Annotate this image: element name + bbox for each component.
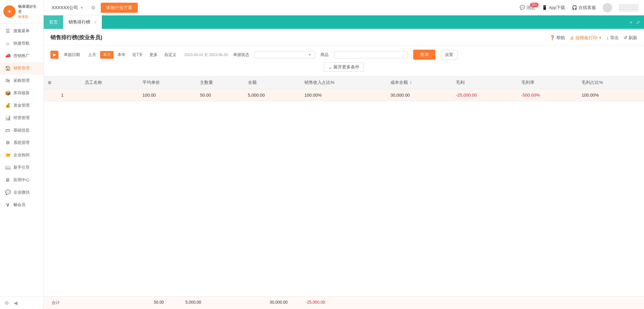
product-input[interactable]: ...	[334, 51, 408, 58]
th-quantity: 主数量	[196, 76, 244, 89]
online-service-button[interactable]: 🎧 在线客服	[572, 5, 596, 11]
date-tab-more[interactable]: 更多	[147, 51, 160, 59]
footer-quantity: 50.00	[150, 300, 168, 306]
query-button[interactable]: 查询	[413, 50, 435, 60]
sales-icon: 🏠	[5, 65, 11, 71]
row-gross-profit: -25,000.00	[452, 89, 517, 101]
nav-label-basic-info: 基础信息	[13, 127, 30, 133]
sidebar-item-marketing[interactable]: 📣 营销推广	[0, 50, 43, 62]
sidebar-item-sales[interactable]: 🏠 销售管理	[0, 62, 43, 74]
topbar-settings-icon[interactable]: ⚙	[91, 5, 95, 11]
content-area: 销售排行榜(按业务员) ❓ 帮助 🖨 按模板打印 ▼ ↓ 导出 ↺ 刷新	[44, 29, 644, 309]
collapse-icon[interactable]: ◀	[14, 300, 17, 306]
tabbar-right: × ⤢	[630, 15, 644, 29]
expand-conditions-button[interactable]: ⌄ 展开更多条件	[324, 62, 364, 72]
user-avatar[interactable]	[603, 3, 612, 12]
sidebar-item-basic-info[interactable]: 🗃 基础信息	[0, 124, 43, 137]
sidebar-item-guide[interactable]: 📖 新手引导	[0, 161, 43, 174]
search-menu-icon: ☰	[5, 28, 11, 34]
username	[619, 4, 639, 11]
member-icon: V	[5, 202, 11, 207]
trial-button[interactable]: 体验行业方案	[101, 3, 138, 13]
date-tab-current-year[interactable]: 本年	[115, 51, 128, 59]
tab-sales-ranking[interactable]: 销售排行榜 ×	[63, 15, 102, 29]
settings-small-button[interactable]: 设置	[441, 50, 458, 60]
refresh-icon: ↺	[624, 35, 627, 40]
sidebar-item-member[interactable]: V 畅会员	[0, 199, 43, 211]
sidebar-item-search-menu[interactable]: ☰ 搜索菜单	[0, 25, 43, 37]
purchase-icon: 🛍	[5, 78, 11, 83]
help-button[interactable]: ❓ 帮助	[550, 35, 565, 41]
page-header: 销售排行榜(按业务员) ❓ 帮助 🖨 按模板打印 ▼ ↓ 导出 ↺ 刷新	[44, 29, 644, 46]
sidebar-item-apps[interactable]: 🖥 应用中心	[0, 174, 43, 186]
nav-label-search-menu: 搜索菜单	[13, 28, 30, 34]
inventory-icon: 📦	[5, 90, 11, 96]
export-icon: ↓	[607, 35, 609, 40]
date-tab-prev-month[interactable]: 上月	[85, 51, 99, 59]
tabbar: 首页 销售排行榜 × × ⤢	[44, 15, 644, 29]
message-button[interactable]: 💬 消息 99+	[520, 5, 535, 11]
expand-chevron-icon: ⌄	[328, 65, 332, 70]
status-filter-label: 单据状态	[233, 52, 249, 58]
date-tab-custom[interactable]: 自定义	[162, 51, 179, 59]
sidebar-item-finance[interactable]: 💰 资金管理	[0, 99, 43, 112]
row-gross-margin: -500.00%	[517, 89, 578, 101]
print-label: 按模板打印	[575, 35, 597, 41]
nav-label-purchase: 采购管理	[13, 78, 30, 84]
date-tabs: 上月 本月 本年 近7天 更多 自定义	[85, 51, 179, 59]
app-download-button[interactable]: 📱 App下载	[542, 5, 565, 11]
company-selector[interactable]: XXXXXX公司 ▼	[49, 3, 86, 12]
expand-label: 展开更多条件	[333, 64, 359, 70]
export-button[interactable]: ↓ 导出	[607, 35, 619, 41]
sidebar-logo: ☀ 畅康通好生意 标准版	[0, 0, 43, 23]
window-close-icon[interactable]: ×	[630, 20, 632, 25]
sidebar-item-cooperation[interactable]: 🤝 企业协同	[0, 149, 43, 161]
status-chevron-icon: ▼	[308, 53, 311, 57]
cooperation-icon: 🤝	[5, 152, 11, 158]
settings-bottom-icon[interactable]: ⚙	[5, 300, 9, 306]
table-header: ⚙ 员工名称 平均单价 主数量 全额	[44, 76, 644, 89]
nav-label-inventory: 库存核算	[13, 90, 30, 96]
date-tab-current-month[interactable]: 本月	[100, 51, 114, 59]
sidebar-item-system[interactable]: ⚙ 系统管理	[0, 137, 43, 149]
row-employee-name	[81, 89, 138, 101]
sidebar-item-inventory[interactable]: 📦 库存核算	[0, 87, 43, 99]
apps-icon: 🖥	[5, 177, 11, 183]
filter-toggle[interactable]: ▶	[50, 51, 58, 59]
nav-label-wechat: 企业微信	[13, 190, 30, 195]
footer-cost: 30,000.00	[266, 300, 292, 306]
quick-nav-icon: ⌂	[5, 41, 11, 46]
nav-label-apps: 应用中心	[13, 177, 30, 183]
company-name: XXXXXX公司	[52, 5, 78, 11]
date-tab-7days[interactable]: 近7天	[130, 51, 145, 59]
nav-label-marketing: 营销推广	[13, 53, 30, 59]
headset-icon: 🎧	[572, 5, 577, 10]
window-expand-icon[interactable]: ⤢	[636, 20, 640, 25]
th-revenue-pct: 销售收入占比%	[300, 76, 386, 89]
tab-close-icon[interactable]: ×	[94, 20, 96, 24]
company-chevron-icon: ▼	[80, 6, 84, 10]
sidebar-item-purchase[interactable]: 🛍 采购管理	[0, 74, 43, 87]
refresh-button[interactable]: ↺ 刷新	[624, 35, 637, 41]
sidebar-item-wechat[interactable]: 💬 企业微信	[0, 186, 43, 199]
footer-gross-profit: -25,000.00	[302, 300, 329, 306]
th-rank	[57, 76, 81, 89]
date-filter-label: 单据日期	[64, 52, 80, 58]
sidebar-item-operations[interactable]: 📊 经营管理	[0, 112, 43, 124]
row-cost: 30,000.00	[386, 89, 452, 101]
col-settings-header[interactable]: ⚙	[44, 76, 57, 89]
sidebar-item-quick-nav[interactable]: ⌂ 快捷导航	[0, 37, 43, 50]
row-quantity: 50.00	[196, 89, 244, 101]
filter-expand: ⌄ 展开更多条件	[50, 62, 637, 72]
th-employee-name: 员工名称	[81, 76, 138, 89]
print-button[interactable]: 🖨 按模板打印 ▼	[570, 35, 602, 41]
wechat-icon: 💬	[5, 190, 11, 195]
nav-label-system: 系统管理	[13, 140, 30, 146]
header-actions: ❓ 帮助 🖨 按模板打印 ▼ ↓ 导出 ↺ 刷新	[550, 35, 637, 41]
sidebar-nav: ☰ 搜索菜单 ⌂ 快捷导航 📣 营销推广 🏠 销售管理 🛍 采购管理 📦 库存核…	[0, 23, 43, 297]
home-tab-label: 首页	[49, 19, 58, 25]
tab-home[interactable]: 首页	[44, 15, 63, 29]
status-select[interactable]: ▼	[255, 51, 315, 58]
operations-icon: 📊	[5, 115, 11, 120]
filter-area: ▶ 单据日期 上月 本月 本年 近7天 更多 自定义 2023-06-01 至 …	[44, 46, 644, 76]
